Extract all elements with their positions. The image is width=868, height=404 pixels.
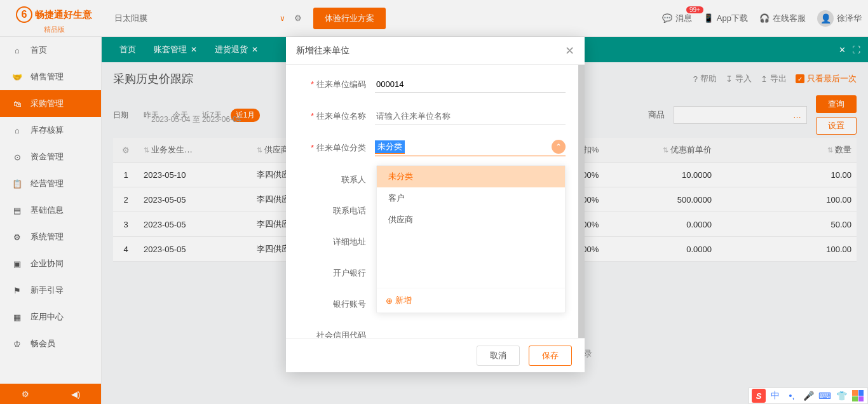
phone-label: 联系电话	[333, 206, 366, 215]
contact-label: 联系人	[341, 175, 366, 184]
ime-skin-icon[interactable]: 👕	[834, 389, 848, 403]
save-button[interactable]: 保存	[529, 346, 572, 366]
modal-title: 新增往来单位	[296, 45, 349, 57]
ime-punct-icon[interactable]: •,	[785, 389, 799, 403]
category-value: 未分类	[375, 140, 405, 154]
dropdown-add[interactable]: ⊕新增	[377, 288, 565, 313]
bank-label: 开户银行	[333, 268, 366, 278]
ime-sogou-icon[interactable]: S	[752, 389, 766, 403]
category-label: 往来单位分类	[316, 143, 366, 152]
credit-label: 社会信用代码	[316, 330, 366, 339]
dropdown-item-uncategorized[interactable]: 未分类	[377, 166, 565, 187]
ime-keyboard-icon[interactable]: ⌨	[818, 389, 832, 403]
ime-grid-icon[interactable]	[851, 389, 865, 403]
close-icon[interactable]: ✕	[565, 44, 574, 58]
ime-mic-icon[interactable]: 🎤	[801, 389, 815, 403]
code-label: 往来单位编码	[316, 79, 366, 89]
name-label: 往来单位名称	[316, 111, 366, 121]
chevron-up-icon[interactable]: ⌃	[552, 140, 566, 154]
dropdown-item-customer[interactable]: 客户	[377, 187, 565, 209]
account-label: 银行账号	[333, 299, 366, 309]
ime-lang-icon[interactable]: 中	[768, 389, 782, 403]
ime-toolbar[interactable]: S 中 •, 🎤 ⌨ 👕	[749, 387, 868, 404]
name-input[interactable]	[375, 108, 566, 125]
add-partner-modal: 新增往来单位 ✕ *往来单位编码 *往来单位名称 *往来单位分类 未分类 ⌃ 联…	[286, 37, 585, 372]
cancel-button[interactable]: 取消	[477, 346, 520, 366]
dropdown-item-supplier[interactable]: 供应商	[377, 209, 565, 231]
code-input[interactable]	[375, 76, 566, 93]
credit-input[interactable]	[375, 327, 566, 338]
category-dropdown: 未分类 客户 供应商 ⊕新增	[376, 165, 566, 313]
plus-icon: ⊕	[386, 296, 393, 306]
category-select[interactable]: 未分类 ⌃	[375, 140, 566, 156]
modal-scrollbar[interactable]	[578, 65, 585, 338]
address-label: 详细地址	[333, 237, 366, 246]
